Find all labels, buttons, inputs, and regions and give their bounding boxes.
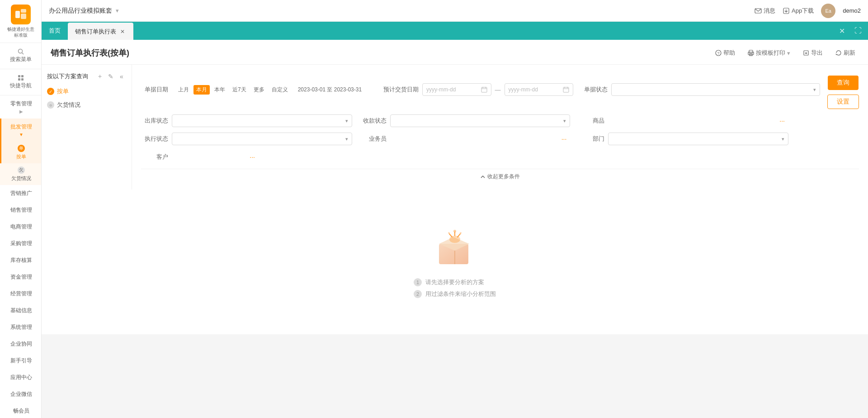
debt-label: 欠货情况: [11, 175, 31, 182]
svg-line-33: [458, 234, 460, 237]
scheme-item-orders[interactable]: ✓ 按单: [42, 85, 132, 98]
scheme-item-debt[interactable]: ○ 欠货情况: [42, 98, 132, 112]
user-name[interactable]: demo2: [843, 7, 861, 14]
refresh-button[interactable]: 刷新: [832, 47, 859, 59]
message-label: 消息: [764, 7, 775, 15]
svg-rect-8: [21, 78, 24, 81]
scheme-edit-button[interactable]: ✎: [106, 72, 115, 81]
expected-date-end[interactable]: yyyy-mm-dd: [505, 83, 574, 96]
sidebar-item-ecommerce[interactable]: 电商管理: [0, 218, 41, 235]
product-select[interactable]: ···: [608, 114, 788, 127]
shortcut-7days[interactable]: 近7天: [230, 85, 249, 95]
expected-date-start[interactable]: yyyy-mm-dd: [422, 83, 491, 96]
quick-nav-button[interactable]: 快捷导航: [0, 72, 41, 92]
shortcut-more[interactable]: 更多: [251, 85, 267, 95]
payment-status-label: 收款状态: [359, 117, 387, 125]
sidebar-item-orders[interactable]: 单 按单: [0, 142, 41, 163]
department-select[interactable]: ▾: [608, 133, 788, 145]
sidebar-item-enterprise[interactable]: 企业协同: [0, 336, 41, 352]
sidebar-item-debt[interactable]: 欠 欠货情况: [0, 163, 41, 185]
tab-sales-exec[interactable]: 销售订单执行表 ✕: [68, 23, 133, 41]
svg-rect-2: [21, 14, 26, 19]
empty-icon: [432, 226, 477, 271]
tabbar-expand-button[interactable]: ⛶: [852, 24, 864, 37]
shortcut-this-year[interactable]: 本年: [212, 85, 228, 95]
app-download-button[interactable]: App下载: [783, 7, 814, 15]
help-label: 帮助: [723, 49, 735, 57]
ecommerce-label: 电商管理: [10, 223, 32, 231]
exec-status-select[interactable]: ▾: [172, 133, 352, 145]
sidebar-item-finance[interactable]: 资金管理: [0, 269, 41, 285]
sidebar-item-inventory[interactable]: 库存核算: [0, 252, 41, 269]
svg-rect-0: [15, 11, 20, 18]
apps-label: 应用中心: [10, 374, 32, 381]
sidebar-item-retail[interactable]: 零售管理 ▶: [0, 95, 41, 119]
scheme-actions: ＋ ✎ «: [95, 72, 126, 81]
ship-status-field: 出库状态 ▾: [141, 114, 352, 127]
collapse-label: 收起更多条件: [487, 173, 520, 180]
sidebar-item-basic[interactable]: 基础信息: [0, 302, 41, 319]
shortcut-prev-month[interactable]: 上月: [175, 85, 192, 95]
payment-status-select[interactable]: ▾: [390, 114, 571, 127]
sidebar-item-wechat[interactable]: 企业微信: [0, 386, 41, 403]
retail-arrow: ▶: [19, 109, 23, 114]
empty-tips: 1 请先选择要分析的方案 2 用过滤条件来缩小分析范围: [414, 278, 496, 298]
purchase-label: 采购管理: [10, 240, 32, 247]
sidebar-item-newbie[interactable]: 新手引导: [0, 352, 41, 369]
tab-close-button[interactable]: ✕: [119, 28, 126, 35]
topbar-title-arrow[interactable]: ▾: [116, 7, 119, 14]
sidebar-item-purchase[interactable]: 采购管理: [0, 235, 41, 252]
query-button[interactable]: 查询: [828, 76, 859, 90]
scheme-collapse-button[interactable]: «: [117, 72, 126, 81]
sidebar-menu: 零售管理 ▶ 批发管理 ▼ 单 按单 欠 欠货情况 营销推广 销售管理 电商管理: [0, 95, 41, 418]
shortcut-this-month[interactable]: 本月: [193, 85, 210, 95]
sidebar-item-operations[interactable]: 经营管理: [0, 285, 41, 302]
filter-form: 单据日期 上月 本月 本年 近7天 更多 自定义 2023-03-01 至 20…: [132, 65, 868, 190]
customer-select[interactable]: ···: [172, 151, 259, 163]
print-arrow[interactable]: ▾: [787, 50, 790, 57]
enterprise-label: 企业协同: [10, 340, 32, 348]
product-label: 商品: [577, 117, 604, 125]
scheme-add-button[interactable]: ＋: [95, 72, 104, 81]
help-button[interactable]: ? 帮助: [712, 47, 739, 59]
salesperson-label: 业务员: [359, 135, 387, 143]
message-button[interactable]: 消息: [755, 7, 775, 15]
sidebar-item-sales[interactable]: 销售管理: [0, 202, 41, 218]
ship-status-select[interactable]: ▾: [172, 114, 352, 127]
filter-row-2: 出库状态 ▾ 收款状态 ▾: [141, 114, 859, 127]
date-range-text: 2023-03-01 至 2023-03-31: [298, 86, 362, 94]
date-separator: —: [495, 86, 501, 93]
filter-row-1: 单据日期 上月 本月 本年 近7天 更多 自定义 2023-03-01 至 20…: [141, 70, 859, 109]
search-menu-button[interactable]: 搜索菜单: [4, 47, 38, 65]
export-button[interactable]: 导出: [799, 47, 826, 59]
sidebar-item-marketing[interactable]: 营销推广: [0, 185, 41, 202]
print-button[interactable]: 按模板打印 ▾: [744, 47, 794, 59]
collapse-bar[interactable]: 收起更多条件: [141, 169, 859, 184]
department-label: 部门: [577, 135, 604, 143]
tab-home[interactable]: 首页: [42, 22, 68, 40]
orders-icon: 单: [18, 145, 25, 152]
salesperson-select[interactable]: ···: [390, 133, 571, 145]
shortcut-custom[interactable]: 自定义: [269, 85, 291, 95]
topbar-left: 办公用品行业模拟账套 ▾: [49, 7, 119, 15]
svg-rect-14: [749, 50, 753, 53]
tab-home-label: 首页: [49, 27, 61, 35]
sidebar-item-member[interactable]: 畅会员: [0, 403, 41, 418]
svg-line-4: [22, 53, 24, 55]
inventory-label: 库存核算: [10, 256, 32, 264]
content-area: 销售订单执行表(按单) ? 帮助 按模板打印 ▾ 导出: [42, 40, 868, 418]
user-avatar[interactable]: Ea: [821, 4, 835, 18]
date-field: 单据日期 上月 本月 本年 近7天 更多 自定义 2023-03-01 至 20…: [141, 85, 376, 95]
sidebar-item-wholesale[interactable]: 批发管理 ▼: [0, 119, 41, 142]
date-placeholder-2: yyyy-mm-dd: [509, 86, 538, 93]
svg-rect-6: [21, 75, 24, 77]
doc-status-field: 单据状态 ▾: [580, 83, 820, 96]
svg-point-34: [453, 230, 456, 233]
sidebar-item-apps[interactable]: 应用中心: [0, 369, 41, 386]
newbie-label: 新手引导: [10, 357, 32, 365]
tabbar-close-button[interactable]: ✕: [835, 24, 848, 37]
doc-status-select[interactable]: ▾: [611, 83, 820, 96]
main-area: 办公用品行业模拟账套 ▾ 消息 App下载 Ea demo2 首页 销售订单执行…: [42, 0, 868, 418]
sidebar-item-system[interactable]: 系统管理: [0, 319, 41, 336]
set-button[interactable]: 设置: [827, 95, 859, 109]
